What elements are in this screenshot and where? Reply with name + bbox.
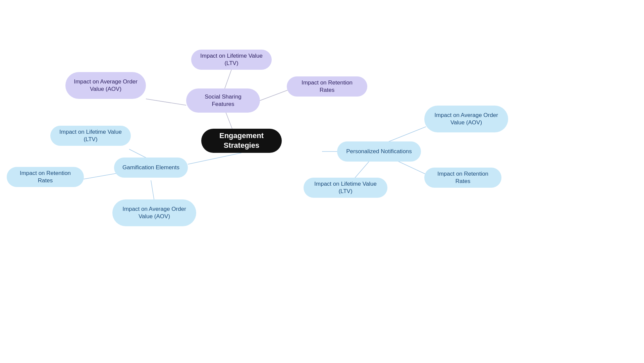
social-retention-node[interactable]: Impact on Retention Rates (287, 76, 367, 97)
pers-aov-node[interactable]: Impact on Average Order Value (AOV) (424, 106, 508, 132)
svg-line-2 (146, 99, 186, 105)
social-ltv-node[interactable]: Impact on Lifetime Value (LTV) (191, 50, 272, 70)
social-sharing-node[interactable]: Social Sharing Features (186, 88, 260, 113)
personalized-node[interactable]: Personalized Notifications (337, 141, 421, 162)
svg-line-3 (260, 90, 288, 101)
center-node[interactable]: Engagement Strategies (201, 129, 282, 153)
gam-retention-node[interactable]: Impact on Retention Rates (7, 167, 84, 187)
pers-retention-node[interactable]: Impact on Retention Rates (424, 168, 501, 188)
svg-line-7 (151, 180, 154, 201)
gam-ltv-node[interactable]: Impact on Lifetime Value (LTV) (50, 126, 131, 146)
svg-line-4 (188, 153, 241, 164)
gamification-node[interactable]: Gamification Elements (114, 158, 188, 178)
social-aov-node[interactable]: Impact on Average Order Value (AOV) (65, 72, 146, 99)
pers-ltv-node[interactable]: Impact on Lifetime Value (LTV) (304, 178, 387, 198)
gam-aov-node[interactable]: Impact on Average Order Value (AOV) (112, 199, 196, 226)
